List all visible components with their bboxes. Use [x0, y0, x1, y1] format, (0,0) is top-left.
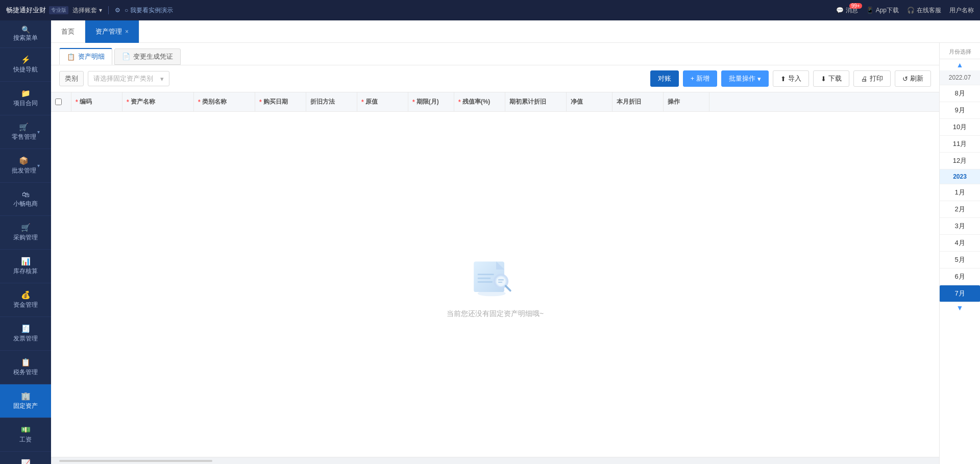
horizontal-scrollbar[interactable]	[59, 460, 212, 462]
sidebar-item-retail[interactable]: 🛒 零售管理 ▾	[0, 115, 51, 149]
month-year-2023: 2023	[940, 169, 980, 184]
retail-arrow-icon: ▾	[37, 129, 40, 135]
th-category-label: 类别名称	[202, 97, 227, 106]
sidebar-assets-label: 固定资产	[13, 402, 38, 410]
message-btn[interactable]: 💬 消息 99+	[836, 6, 858, 15]
table-header: * 编码 * 资产名称 * 类别名称 * 购买日	[51, 92, 939, 112]
th-purchase-date: * 购买日期	[255, 92, 306, 111]
page-content: 📋 资产明细 📄 变更生成凭证 类别 请选择固定资产类别 ▾	[51, 43, 980, 464]
svg-rect-3	[478, 274, 494, 275]
demo-btn[interactable]: ○ 我要看实例演示	[125, 6, 173, 15]
month-item-1[interactable]: 1月	[940, 184, 980, 201]
sub-tab-change-voucher[interactable]: 📄 变更生成凭证	[114, 48, 181, 65]
sidebar-item-inventory[interactable]: 📊 库存核算	[0, 250, 51, 283]
sidebar: 🔍 搜索菜单 ⚡ 快捷导航 📁 项目合同 🛒 零售管理 ▾	[0, 20, 51, 464]
topbar: 畅捷通好业财 专业版 选择账套 ▾ ⚙ ○ 我要看实例演示 💬 消息 99+ 📱…	[0, 0, 980, 20]
sidebar-item-purchase[interactable]: 🛒 采购管理	[0, 216, 51, 250]
import-btn[interactable]: ⬆ 导入	[773, 70, 809, 87]
month-prev-btn[interactable]: ▲	[954, 59, 966, 70]
sidebar-project-label: 项目合同	[13, 99, 38, 108]
month-next-btn[interactable]: ▼	[954, 302, 966, 313]
month-item-9[interactable]: 9月	[940, 102, 980, 119]
month-item-2[interactable]: 2月	[940, 201, 980, 218]
batch-ops-btn[interactable]: 批量操作 ▾	[721, 70, 769, 87]
sidebar-item-batch[interactable]: 📦 批发管理 ▾	[0, 149, 51, 183]
month-item-8[interactable]: 8月	[940, 85, 980, 102]
sidebar-item-finance[interactable]: 💰 资金管理	[0, 283, 51, 317]
message-icon: 💬	[836, 7, 844, 14]
month-item-10[interactable]: 10月	[940, 119, 980, 136]
svg-line-9	[506, 286, 510, 290]
month-panel: 月份选择 ▲ 2022.07 8月 9月 10月 11月 12月 2023 1月…	[939, 43, 980, 464]
sidebar-item-assets[interactable]: 🏢 固定资产	[0, 384, 51, 418]
month-year-2022: 2022.07	[940, 70, 980, 85]
app-download-btn[interactable]: 📱 App下载	[866, 6, 899, 15]
month-item-6[interactable]: 6月	[940, 268, 980, 285]
tab-assets[interactable]: 资产管理 ×	[85, 20, 139, 43]
download-btn[interactable]: ⬇ 下载	[813, 70, 849, 87]
th-operation-label: 操作	[668, 97, 680, 106]
sidebar-item-salary[interactable]: 💵 工资	[0, 418, 51, 452]
filter-arrow-icon: ▾	[160, 75, 164, 83]
account-selector[interactable]: 选择账套 ▾	[72, 6, 102, 15]
sidebar-item-tax[interactable]: 📋 税务管理	[0, 351, 51, 384]
month-item-4[interactable]: 4月	[940, 235, 980, 252]
print-btn[interactable]: 🖨 打印	[853, 70, 891, 87]
month-item-5[interactable]: 5月	[940, 252, 980, 268]
print-label: 打印	[870, 74, 883, 83]
tabbar: 首页 资产管理 ×	[51, 20, 980, 43]
asset-detail-icon: 📋	[67, 53, 75, 61]
month-item-12[interactable]: 12月	[940, 153, 980, 169]
bottom-bar	[51, 457, 939, 464]
th-depreciation-label: 折旧方法	[310, 97, 335, 106]
sidebar-invoice-label: 发票管理	[13, 334, 38, 343]
settings-icon[interactable]: ⚙	[115, 7, 120, 14]
add-label: + 新增	[691, 74, 709, 83]
sub-tab-asset-detail-label: 资产明细	[78, 52, 105, 61]
purchase-icon: 🛒	[13, 223, 38, 232]
filter-category-select[interactable]: 请选择固定资产类别 ▾	[88, 71, 169, 86]
empty-illustration	[464, 250, 526, 301]
download-label: 下载	[828, 74, 842, 83]
add-btn[interactable]: + 新增	[683, 70, 717, 87]
sidebar-item-invoice[interactable]: 🧾 发票管理	[0, 317, 51, 351]
topbar-left: 畅捷通好业财 专业版 选择账套 ▾ ⚙ ○ 我要看实例演示	[6, 6, 173, 15]
sidebar-item-project[interactable]: 📁 项目合同	[0, 82, 51, 115]
sub-tab-asset-detail[interactable]: 📋 资产明细	[59, 48, 112, 65]
sidebar-item-quick-nav[interactable]: ⚡ 快捷导航	[0, 48, 51, 82]
batch-label: 批量操作	[729, 74, 755, 83]
th-net-value-label: 净值	[571, 97, 583, 106]
sidebar-item-search[interactable]: 🔍 搜索菜单	[0, 20, 51, 48]
tab-home[interactable]: 首页	[51, 20, 85, 43]
filter-category-label: 类别	[59, 71, 84, 86]
month-item-3[interactable]: 3月	[940, 218, 980, 235]
ecommerce-icon: 🛍	[13, 190, 38, 199]
user-avatar[interactable]: 用户名称	[949, 6, 974, 15]
main-layout: 🔍 搜索菜单 ⚡ 快捷导航 📁 项目合同 🛒 零售管理 ▾	[0, 20, 980, 464]
brand-sub: 专业版	[49, 6, 68, 14]
inner-page: 📋 资产明细 📄 变更生成凭证 类别 请选择固定资产类别 ▾	[51, 43, 939, 464]
online-service-btn[interactable]: 🎧 在线客服	[907, 6, 941, 15]
th-original-value-label: 原值	[365, 97, 378, 106]
sidebar-item-management[interactable]: 📈 经营管理	[0, 452, 51, 464]
th-accumulated: 期初累计折旧	[505, 92, 567, 111]
th-category: * 类别名称	[194, 92, 255, 111]
brand-name: 畅捷通好业财	[6, 6, 46, 15]
select-all-checkbox[interactable]	[55, 99, 62, 105]
sidebar-item-ecommerce[interactable]: 🛍 小畅电商	[0, 183, 51, 216]
th-code-label: 编码	[80, 97, 92, 106]
assets-icon: 🏢	[13, 392, 38, 401]
th-purchase-date-label: 购买日期	[263, 97, 288, 106]
month-panel-title: 月份选择	[940, 45, 980, 59]
th-checkbox	[51, 92, 71, 111]
refresh-btn[interactable]: ↺ 刷新	[895, 70, 931, 87]
empty-text: 当前您还没有固定资产明细哦~	[447, 309, 544, 319]
filter-placeholder: 请选择固定资产类别	[93, 74, 153, 83]
month-item-7[interactable]: 7月	[940, 285, 980, 302]
reconcile-btn[interactable]: 对账	[650, 70, 679, 87]
month-item-11[interactable]: 11月	[940, 136, 980, 153]
tab-close-btn[interactable]: ×	[125, 28, 129, 35]
sidebar-finance-label: 资金管理	[13, 301, 38, 309]
quick-nav-icon: ⚡	[13, 55, 38, 64]
refresh-label: 刷新	[910, 74, 923, 83]
